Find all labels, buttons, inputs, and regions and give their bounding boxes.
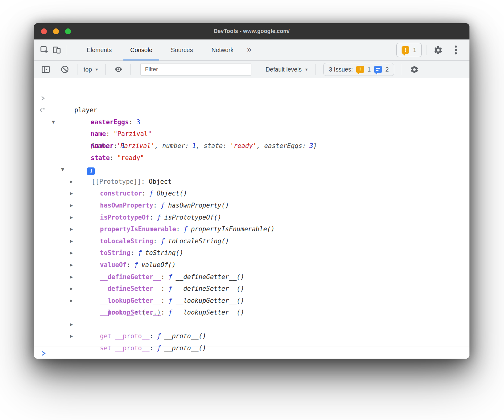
console-output: player ▼ {name:'Parzival', number:1, sta… xyxy=(34,78,469,347)
devtools-menu-button[interactable] xyxy=(450,43,462,57)
chevron-down-icon: ▼ xyxy=(304,68,309,71)
accessor-row: ▶ get __proto__: ƒ__proto__() xyxy=(34,307,469,319)
panel-tabs: Elements Console Sources Network » xyxy=(77,39,256,60)
issue-message-bubble-icon xyxy=(374,66,382,73)
tab-console[interactable]: Console xyxy=(121,39,162,60)
accessor-key: get __proto__ xyxy=(100,332,149,340)
accessor-key: set __proto__ xyxy=(100,344,149,352)
title-bar: DevTools - www.google.com/ xyxy=(34,23,469,39)
property-row: state: "ready" xyxy=(34,140,469,152)
proto-method-row: ▶ __defineGetter__: ƒ__defineGetter__() xyxy=(34,247,469,259)
block-icon xyxy=(60,65,69,74)
proto-method-row: ▶ __defineSetter__: ƒ__defineSetter__() xyxy=(34,259,469,271)
log-levels-selector[interactable]: Default levels ▼ xyxy=(266,66,308,73)
proto-method-row: ▶ constructor: ƒObject() xyxy=(34,164,469,176)
issue-error-count: 1 xyxy=(367,66,371,73)
issue-error-bubble-icon: ! xyxy=(356,66,364,73)
gear-icon xyxy=(433,45,443,55)
tab-elements[interactable]: Elements xyxy=(77,39,121,60)
inspect-cursor-icon xyxy=(40,45,49,55)
context-selector[interactable]: top ▼ xyxy=(84,66,98,73)
error-count: 1 xyxy=(413,47,416,54)
log-levels-label: Default levels xyxy=(266,66,302,73)
proto-method-row: ▶ hasOwnProperty: ƒhasOwnProperty() xyxy=(34,176,469,188)
proto-method-row: ▶ isPrototypeOf: ƒisPrototypeOf() xyxy=(34,187,469,200)
issues-button[interactable]: 3 Issues: ! 1 2 xyxy=(323,63,394,76)
context-selector-label: top xyxy=(84,66,92,73)
more-tabs-button[interactable]: » xyxy=(243,45,256,54)
issue-message-count: 2 xyxy=(385,66,389,73)
error-bubble-icon: ! xyxy=(402,46,409,54)
disclosure-triangle-icon[interactable]: ▶ xyxy=(70,330,73,342)
inspect-element-button[interactable] xyxy=(38,43,51,57)
window-title: DevTools - www.google.com/ xyxy=(34,28,469,35)
console-toolbar: top ▼ Default levels ▼ 3 Issues: ! 1 xyxy=(34,61,469,78)
live-expression-button[interactable] xyxy=(112,63,125,76)
settings-button[interactable] xyxy=(432,43,444,57)
accessor-row: ▶ set __proto__: ƒ__proto__() xyxy=(34,319,469,331)
device-toolbar-button[interactable] xyxy=(51,43,63,57)
filter-input[interactable] xyxy=(140,63,251,76)
eye-icon xyxy=(114,65,123,74)
toolbar-divider xyxy=(130,64,130,75)
clear-console-button[interactable] xyxy=(59,63,71,76)
chevron-down-icon: ▼ xyxy=(95,68,99,71)
property-row: name: "Parzival" xyxy=(34,116,469,128)
function-symbol: ƒ xyxy=(157,344,161,352)
console-sidebar-toggle[interactable] xyxy=(39,63,52,76)
property-row: number: 1 xyxy=(34,128,469,140)
console-prompt-chevron-icon xyxy=(41,351,46,356)
main-toolbar: Elements Console Sources Network » ! 1 xyxy=(34,39,469,61)
console-input-echo-row: player xyxy=(34,80,469,93)
proto-method-row: ▶ __lookupGetter__: ƒ__lookupGetter__() xyxy=(34,271,469,283)
kebab-menu-icon xyxy=(455,45,457,55)
gear-icon xyxy=(410,65,419,74)
proto-method-row: ▶ toLocaleString: ƒtoLocaleString() xyxy=(34,212,469,224)
proto-method-row: ▶ valueOf: ƒvalueOf() xyxy=(34,235,469,247)
proto-method-row: ▶ toString: ƒtoString() xyxy=(34,223,469,235)
device-toolbar-icon xyxy=(52,45,61,55)
toolbar-divider xyxy=(77,64,77,75)
console-result-row: ▼ {name:'Parzival', number:1, state:'rea… xyxy=(34,93,469,105)
function-name: __proto__() xyxy=(164,344,206,352)
console-sidebar-icon xyxy=(41,65,50,74)
tab-network[interactable]: Network xyxy=(202,39,243,60)
proto-ellipsis-row: __proto__: (...) xyxy=(34,295,469,307)
proto-method-row: ▶ propertyIsEnumerable: ƒpropertyIsEnume… xyxy=(34,200,469,212)
issues-label: 3 Issues: xyxy=(329,66,353,73)
tab-sources[interactable]: Sources xyxy=(162,39,202,60)
toolbar-divider xyxy=(401,64,401,75)
devtools-window: DevTools - www.google.com/ Elements Cons xyxy=(34,23,469,359)
prototype-row: ▼ [[Prototype]]: Object xyxy=(34,152,469,164)
toolbar-divider xyxy=(105,64,105,75)
proto-method-row: ▶ __lookupSetter__: ƒ__lookupSetter__() xyxy=(34,283,469,295)
toolbar-divider xyxy=(66,45,66,55)
function-name: __proto__() xyxy=(164,332,206,340)
property-row: easterEggs: 3 xyxy=(34,104,469,116)
console-settings-button[interactable] xyxy=(408,63,420,76)
function-symbol: ƒ xyxy=(157,332,161,340)
error-counter-button[interactable]: ! 1 xyxy=(396,43,422,57)
toolbar-divider xyxy=(316,64,316,75)
toolbar-divider xyxy=(427,45,427,55)
